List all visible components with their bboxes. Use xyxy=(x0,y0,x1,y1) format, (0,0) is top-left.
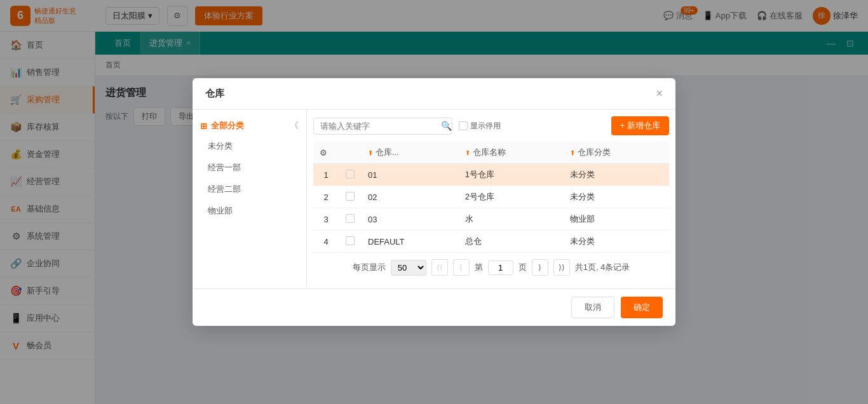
th-category[interactable]: ⬆仓库分类 xyxy=(564,142,669,164)
row-code: 02 xyxy=(362,186,459,208)
category-item-dept1[interactable]: 经营一部 xyxy=(193,157,306,178)
warehouse-table: ⚙ ⬆仓库... ⬆仓库名称 ⬆仓库分类 xyxy=(313,142,669,253)
table-row[interactable]: 4 DEFAULT 总仓 未分类 xyxy=(313,231,669,253)
page-size-select[interactable]: 50 10 20 100 xyxy=(391,260,426,276)
row-checkbox[interactable] xyxy=(346,236,355,245)
row-code: 01 xyxy=(362,164,459,186)
category-sidebar: ⊞ 全部分类 《 未分类 经营一部 经营二部 物业部 xyxy=(193,110,307,288)
row-checkbox-cell[interactable] xyxy=(339,186,362,208)
category-item-property[interactable]: 物业部 xyxy=(193,200,306,222)
confirm-button[interactable]: 确定 xyxy=(621,297,663,318)
modal-body: ⊞ 全部分类 《 未分类 经营一部 经营二部 物业部 🔍 xyxy=(193,110,675,288)
row-code: 03 xyxy=(362,208,459,231)
collapse-button[interactable]: 《 xyxy=(290,120,299,131)
category-item-dept2[interactable]: 经营二部 xyxy=(193,178,306,200)
cancel-button[interactable]: 取消 xyxy=(571,297,614,318)
pagination: 每页显示 50 10 20 100 ⟨⟨ ⟨ 第 页 ⟩ ⟩⟩ 共1页, 4条记… xyxy=(313,253,669,282)
row-num: 1 xyxy=(313,164,339,186)
row-category: 未分类 xyxy=(564,186,669,208)
next-page-button[interactable]: ⟩ xyxy=(532,259,548,276)
row-checkbox-cell[interactable] xyxy=(339,164,362,186)
th-code[interactable]: ⬆仓库... xyxy=(362,142,459,164)
row-name: 总仓 xyxy=(459,231,564,253)
page-size-label: 每页显示 xyxy=(353,262,386,273)
row-code: DEFAULT xyxy=(362,231,459,253)
table-area: 🔍 显示停用 + 新增仓库 ⚙ xyxy=(307,110,675,288)
th-name[interactable]: ⬆仓库名称 xyxy=(459,142,564,164)
modal-header: 仓库 × xyxy=(193,78,675,110)
th-settings[interactable]: ⚙ xyxy=(313,142,339,164)
table-header: ⚙ ⬆仓库... ⬆仓库名称 ⬆仓库分类 xyxy=(313,142,669,164)
row-category: 物业部 xyxy=(564,208,669,231)
category-header: ⊞ 全部分类 《 xyxy=(193,116,306,135)
search-field: 🔍 xyxy=(313,118,452,135)
table-body: 1 01 1号仓库 未分类 2 02 2号仓库 xyxy=(313,164,669,253)
row-num: 3 xyxy=(313,208,339,231)
prev-page-button[interactable]: ⟨ xyxy=(453,259,470,276)
table-row[interactable]: 2 02 2号仓库 未分类 xyxy=(313,186,669,208)
table-container: ⚙ ⬆仓库... ⬆仓库名称 ⬆仓库分类 xyxy=(313,142,669,253)
row-checkbox-cell[interactable] xyxy=(339,231,362,253)
modal-overlay: 仓库 × ⊞ 全部分类 《 未分类 经营一部 经营二部 物业部 xyxy=(0,0,868,404)
show-disabled-checkbox[interactable]: 显示停用 xyxy=(459,121,501,131)
table-row[interactable]: 1 01 1号仓库 未分类 xyxy=(313,164,669,186)
total-info: 共1页, 4条记录 xyxy=(575,262,630,273)
table-row[interactable]: 3 03 水 物业部 xyxy=(313,208,669,231)
row-checkbox[interactable] xyxy=(346,214,355,223)
disabled-checkbox[interactable] xyxy=(459,121,468,130)
page-label: 第 xyxy=(475,262,483,273)
warehouse-modal: 仓库 × ⊞ 全部分类 《 未分类 经营一部 经营二部 物业部 xyxy=(193,78,675,326)
row-category: 未分类 xyxy=(564,164,669,186)
row-name: 1号仓库 xyxy=(459,164,564,186)
th-checkbox xyxy=(339,142,362,164)
grid-icon: ⊞ xyxy=(200,121,207,131)
modal-title: 仓库 xyxy=(205,88,224,100)
add-warehouse-button[interactable]: + 新增仓库 xyxy=(611,116,669,135)
search-input[interactable] xyxy=(314,118,441,134)
page-unit: 页 xyxy=(519,262,527,273)
last-page-button[interactable]: ⟩⟩ xyxy=(553,259,570,276)
row-name: 水 xyxy=(459,208,564,231)
sort-icon-name: ⬆ xyxy=(465,149,470,156)
row-checkbox[interactable] xyxy=(346,192,355,201)
first-page-button[interactable]: ⟨⟨ xyxy=(431,259,448,276)
row-checkbox-cell[interactable] xyxy=(339,208,362,231)
table-toolbar: 🔍 显示停用 + 新增仓库 xyxy=(313,116,669,135)
search-button[interactable]: 🔍 xyxy=(441,121,452,131)
sort-icon: ⬆ xyxy=(368,149,373,156)
row-name: 2号仓库 xyxy=(459,186,564,208)
row-num: 2 xyxy=(313,186,339,208)
category-item-unclassified[interactable]: 未分类 xyxy=(193,135,306,157)
all-categories-button[interactable]: ⊞ 全部分类 xyxy=(200,120,244,131)
modal-close-button[interactable]: × xyxy=(656,87,663,100)
sort-icon-cat: ⬆ xyxy=(570,149,575,156)
row-num: 4 xyxy=(313,231,339,253)
page-number-input[interactable] xyxy=(488,260,513,275)
modal-footer: 取消 确定 xyxy=(193,288,675,326)
row-category: 未分类 xyxy=(564,231,669,253)
row-checkbox[interactable] xyxy=(346,170,355,178)
